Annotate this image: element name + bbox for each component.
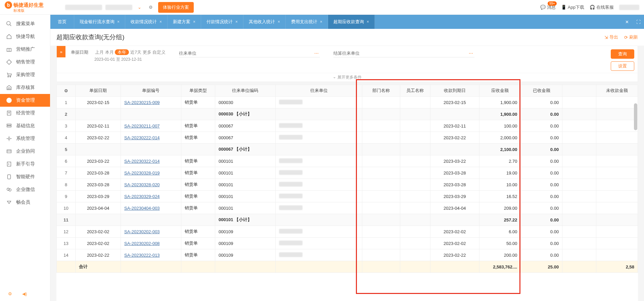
sidebar-collapse-icon[interactable]: ◀): [22, 291, 27, 296]
tab-close-icon[interactable]: ×: [193, 19, 195, 24]
tab-新建方案[interactable]: 新建方案×: [168, 15, 201, 29]
tab-close-icon[interactable]: ×: [235, 19, 238, 24]
query-button[interactable]: 查询: [611, 49, 634, 59]
table-settings-icon[interactable]: ⚙: [64, 88, 68, 93]
tab-首页[interactable]: 首页: [50, 15, 74, 29]
tab-收款情况统计[interactable]: 收款情况统计×: [125, 15, 168, 29]
date-chip-上月[interactable]: 上月: [95, 50, 104, 55]
doc-link[interactable]: SA-20230328-020: [124, 182, 160, 187]
doc-link[interactable]: SA-20230202-008: [124, 241, 160, 246]
online-support-button[interactable]: 🎧 在线客服: [590, 4, 614, 10]
sidebar-item-label: 采购管理: [16, 72, 35, 78]
sidebar-item-hw[interactable]: 智能硬件: [0, 170, 50, 183]
col-header: 单据类型: [181, 85, 215, 97]
tab-现金银行流水查询[interactable]: 现金银行流水查询×: [74, 15, 125, 29]
svg-point-5: [10, 76, 11, 77]
table-row[interactable]: 11000101 【小计】257.220.00: [57, 214, 638, 226]
date-chip-近7天[interactable]: 近7天: [130, 50, 141, 55]
date-chip-自定义[interactable]: 自定义: [152, 50, 166, 55]
sidebar-item-sys[interactable]: 系统管理: [0, 132, 50, 145]
sidebar-item-cart[interactable]: 采购管理: [0, 68, 50, 81]
gift-icon: [6, 46, 12, 52]
sidebar-item-gift[interactable]: 营销推广: [0, 43, 50, 56]
sidebar-item-warehouse[interactable]: 库存核算: [0, 81, 50, 94]
table-row[interactable]: 5000067 【小计】2,100.000.00: [57, 144, 638, 155]
doc-link[interactable]: SA-20230322-014: [124, 159, 160, 164]
sidebar-item-search[interactable]: 搜索菜单: [0, 17, 50, 30]
unit-input[interactable]: [200, 49, 313, 57]
tab-close-icon[interactable]: ×: [367, 19, 369, 24]
date-chip-更多[interactable]: 更多: [143, 50, 151, 55]
svg-line-1: [10, 25, 11, 26]
tab-close-icon[interactable]: ×: [117, 19, 120, 24]
refresh-button[interactable]: ⟳刷新: [624, 34, 638, 40]
search-icon: [6, 21, 12, 27]
sidebar-item-vip[interactable]: 畅会员: [0, 196, 50, 209]
org-switch-chevron-icon[interactable]: ⌄: [138, 5, 141, 10]
table-row[interactable]: 32023-02-11SA-20230211-007销货单0000672023-…: [57, 120, 638, 132]
doc-link[interactable]: SA-20230215-009: [124, 100, 160, 105]
table-row[interactable]: 42023-02-22SA-20230222-014销货单0000672023-…: [57, 132, 638, 144]
scrollbar[interactable]: [634, 103, 637, 130]
doc-link[interactable]: SA-20230404-003: [124, 206, 160, 211]
data-table: ⚙单据日期单据编号单据类型往来单位编码往来单位部门名称员工名称收款到期日应收金额…: [56, 85, 638, 301]
table-row[interactable]: 2000030 【小计】1,900.000.00: [57, 108, 638, 120]
tab-close-icon[interactable]: ×: [159, 19, 162, 24]
tabs-close-button[interactable]: ✕: [621, 15, 633, 29]
table-row[interactable]: 82023-03-28SA-20230328-020销货单0001012023-…: [57, 179, 638, 191]
tab-其他收入统计[interactable]: 其他收入统计×: [243, 15, 286, 29]
settle-picker-icon[interactable]: ⋯: [467, 51, 474, 56]
table-row[interactable]: 142023-02-22SA-20230222-013销货单0001092023…: [57, 249, 638, 261]
settle-unit-filter: 结算往来单位 ⋯: [333, 49, 474, 57]
tab-close-icon[interactable]: ×: [320, 19, 322, 24]
doc-link[interactable]: SA-20230329-024: [124, 194, 160, 199]
table-row[interactable]: 62023-03-22SA-20230322-014销货单0001012023-…: [57, 155, 638, 167]
date-chip-本月[interactable]: 本月: [105, 50, 114, 55]
sidebar-item-collab[interactable]: 企业协同: [0, 145, 50, 158]
doc-link[interactable]: SA-20230222-014: [124, 135, 160, 140]
svg-text:¥: ¥: [8, 99, 10, 102]
tab-付款情况统计[interactable]: 付款情况统计×: [201, 15, 243, 29]
table-row[interactable]: 132023-02-02SA-20230202-008销货单0001092023…: [57, 238, 638, 249]
unit-blurred: [279, 241, 303, 245]
settle-unit-input[interactable]: [363, 49, 467, 57]
sidebar-item-guide[interactable]: 新手引导: [0, 158, 50, 170]
settings-gear-icon[interactable]: ⚙: [149, 5, 153, 10]
expand-filters-button[interactable]: ⌄ 展开更多条件: [57, 73, 638, 82]
filter-collapse-button[interactable]: »: [57, 46, 65, 57]
svg-rect-18: [8, 175, 11, 179]
col-header: 单据编号: [121, 85, 181, 97]
sidebar-item-stack[interactable]: 基础信息: [0, 119, 50, 132]
sidebar-item-money[interactable]: ¥资金管理: [0, 94, 50, 107]
export-button[interactable]: ⇲导出: [604, 34, 618, 40]
doc-link[interactable]: SA-20230211-007: [124, 123, 160, 129]
tabs-expand-button[interactable]: ⛶: [633, 15, 644, 29]
sidebar-settings-icon[interactable]: ⚙: [8, 291, 12, 296]
table-row[interactable]: 92023-03-29SA-20230329-024销货单0001012023-…: [57, 191, 638, 202]
tab-费用支出统计[interactable]: 费用支出统计×: [286, 15, 328, 29]
app-download-button[interactable]: 📱 App下载: [561, 4, 584, 10]
date-chip-本年[interactable]: 本年: [115, 49, 129, 55]
experience-plan-button[interactable]: 体验行业方案: [158, 2, 194, 13]
table-row[interactable]: 122023-02-02SA-20230202-003销货单0001092023…: [57, 226, 638, 238]
unit-picker-icon[interactable]: ⋯: [313, 51, 320, 56]
date-range-text: 2023-01-01 至 2023-12-31: [94, 57, 166, 62]
sidebar-item-doc[interactable]: 经营管理: [0, 107, 50, 119]
sidebar-item-label: 搜索菜单: [16, 21, 35, 27]
table-row[interactable]: 72023-03-28SA-20230328-019销货单0001012023-…: [57, 167, 638, 179]
sidebar-item-home[interactable]: 快捷导航: [0, 30, 50, 43]
messages-button[interactable]: 💬 消息 99+: [540, 4, 556, 10]
table-row[interactable]: 102023-04-04SA-20230404-003销货单0001012023…: [57, 202, 638, 214]
logo-icon: b: [5, 1, 12, 9]
sidebar-item-wechat[interactable]: 企业微信: [0, 183, 50, 196]
user-blurred[interactable]: [619, 5, 639, 10]
doc-link[interactable]: SA-20230222-013: [124, 253, 160, 258]
doc-link[interactable]: SA-20230202-003: [124, 229, 160, 234]
unit-blurred: [279, 123, 303, 128]
tab-超期应收款查询[interactable]: 超期应收款查询×: [328, 15, 375, 29]
tab-close-icon[interactable]: ×: [278, 19, 280, 24]
table-row[interactable]: 12023-02-15SA-20230215-009销货单0000302023-…: [57, 97, 638, 108]
doc-link[interactable]: SA-20230328-019: [124, 170, 160, 175]
sidebar-item-diamond[interactable]: 销售管理: [0, 56, 50, 68]
filter-settings-button[interactable]: 设置: [611, 61, 634, 71]
